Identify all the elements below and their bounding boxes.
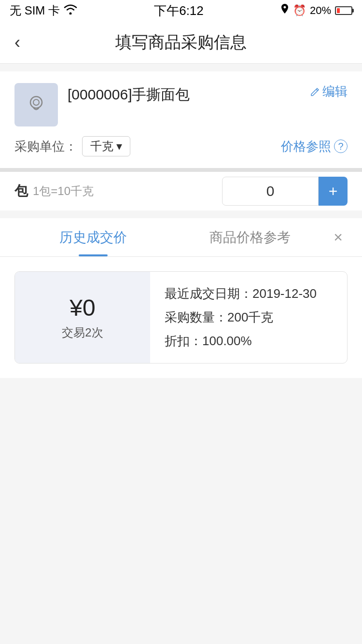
sim-text: 无 SIM 卡	[10, 3, 60, 18]
status-right: ⏰ 20%	[280, 4, 352, 17]
tab-bar: 历史成交价 商品价格参考 ×	[0, 218, 362, 257]
product-header: [0000006]手撕面包 编辑	[14, 83, 348, 126]
quantity-detail-value: 200千克	[227, 310, 273, 324]
quantity-hint: 1包=10千克	[33, 183, 222, 199]
history-price: ¥0	[70, 294, 95, 321]
discount-label: 折扣：	[165, 334, 202, 348]
dropdown-arrow-icon: ▾	[116, 140, 122, 153]
page-title: 填写商品采购信息	[115, 31, 247, 54]
tab-history-price[interactable]: 历史成交价	[14, 218, 172, 256]
product-meta: 采购单位： 千克 ▾ 价格参照 ?	[14, 136, 348, 156]
currency-symbol: ¥	[70, 295, 83, 321]
product-thumbnail	[14, 83, 58, 126]
status-left: 无 SIM 卡	[10, 3, 77, 18]
quantity-value: 0	[266, 183, 275, 199]
history-transactions: 交易2次	[62, 325, 103, 340]
history-card-right: 最近成交日期：2019-12-30 采购数量：200千克 折扣：100.00%	[150, 272, 347, 363]
quantity-unit: 包	[14, 182, 28, 200]
svg-point-0	[30, 97, 42, 108]
history-quantity-row: 采购数量：200千克	[165, 309, 333, 326]
nav-bar: ‹ 填写商品采购信息	[0, 21, 362, 64]
unit-label: 采购单位： 千克 ▾	[14, 136, 130, 156]
plus-icon: +	[329, 182, 338, 200]
date-value: 2019-12-30	[252, 286, 317, 301]
history-date-row: 最近成交日期：2019-12-30	[165, 285, 333, 302]
wifi-icon	[64, 4, 77, 17]
edit-button[interactable]: 编辑	[310, 83, 348, 100]
quantity-input[interactable]: 0	[222, 177, 319, 206]
unit-text: 采购单位：	[14, 138, 77, 155]
tab2-label: 商品价格参考	[209, 228, 291, 247]
price-ref-label: 价格参照	[281, 138, 331, 155]
page-background	[0, 378, 362, 644]
product-name: [0000006]手撕面包	[68, 83, 190, 105]
quantity-label: 采购数量：	[165, 310, 227, 324]
status-time: 下午6:12	[154, 2, 204, 19]
history-card-left: ¥0 交易2次	[15, 272, 150, 363]
battery-percent: 20%	[310, 4, 331, 17]
edit-label: 编辑	[322, 83, 348, 100]
scroll-divider	[0, 168, 362, 172]
price-reference-button[interactable]: 价格参照 ?	[281, 138, 348, 155]
discount-value: 100.00%	[202, 334, 252, 348]
back-button[interactable]: ‹	[14, 32, 43, 53]
tab1-label: 历史成交价	[59, 228, 127, 247]
location-icon	[280, 4, 289, 17]
tab-content: ¥0 交易2次 最近成交日期：2019-12-30 采购数量：200千克 折扣：…	[0, 257, 362, 378]
alarm-icon: ⏰	[293, 4, 306, 17]
quantity-row: 包 1包=10千克 0 +	[0, 172, 362, 210]
quantity-plus-button[interactable]: +	[319, 177, 348, 206]
date-label: 最近成交日期：	[165, 286, 252, 301]
help-icon: ?	[334, 140, 348, 153]
svg-point-1	[33, 99, 39, 105]
tab-close-button[interactable]: ×	[329, 228, 348, 246]
product-section: [0000006]手撕面包 编辑 采购单位： 千克 ▾ 价格参照 ?	[0, 71, 362, 168]
tab-section: 历史成交价 商品价格参考 × ¥0 交易2次 最近成交日期：2019-12-30…	[0, 218, 362, 378]
history-discount-row: 折扣：100.00%	[165, 333, 333, 350]
status-bar: 无 SIM 卡 下午6:12 ⏰ 20%	[0, 0, 362, 21]
tab-price-reference[interactable]: 商品价格参考	[172, 218, 329, 256]
unit-dropdown[interactable]: 千克 ▾	[82, 136, 130, 156]
product-left: [0000006]手撕面包	[14, 83, 190, 126]
battery-icon	[335, 6, 352, 15]
unit-value: 千克	[90, 139, 113, 154]
history-card: ¥0 交易2次 最近成交日期：2019-12-30 采购数量：200千克 折扣：…	[14, 271, 348, 364]
price-value: 0	[83, 295, 96, 321]
